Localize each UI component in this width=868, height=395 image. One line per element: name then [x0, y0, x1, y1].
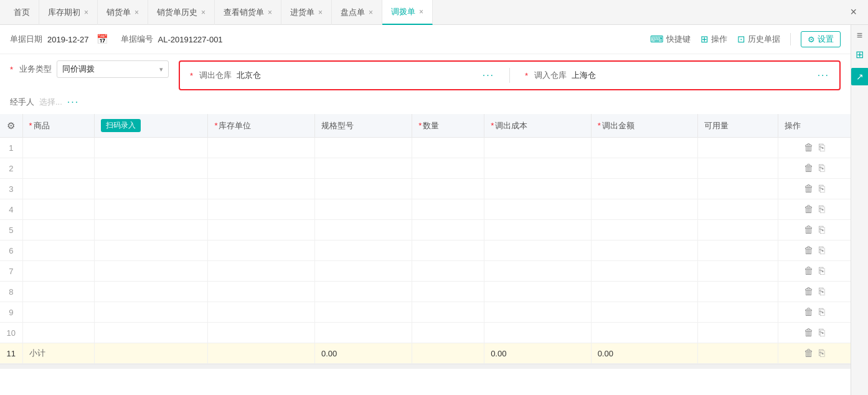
tab-inventory-init-close[interactable]: ×: [84, 9, 88, 16]
delete-icon-11[interactable]: 🗑: [804, 348, 814, 359]
qty-cell-10[interactable]: [412, 323, 484, 343]
amount-cell-8[interactable]: [591, 282, 698, 302]
qty-cell-2[interactable]: [412, 158, 484, 179]
delete-icon-10[interactable]: 🗑: [804, 327, 814, 338]
copy-icon-3[interactable]: ⎘: [819, 183, 825, 194]
copy-icon-11[interactable]: ⎘: [819, 348, 825, 359]
unit-cell-5[interactable]: [208, 220, 315, 240]
scan-button[interactable]: 扫码录入: [101, 119, 141, 132]
tab-view-sales[interactable]: 查看销货单 ×: [215, 0, 281, 25]
cost-cell-8[interactable]: [484, 282, 592, 302]
tab-inventory-check-close[interactable]: ×: [369, 9, 373, 16]
cost-cell-10[interactable]: [484, 323, 592, 343]
tab-purchase-close[interactable]: ×: [318, 9, 323, 16]
unit-cell-3[interactable]: [208, 179, 315, 199]
calendar-icon[interactable]: 📅: [97, 34, 108, 45]
copy-icon-8[interactable]: ⎘: [819, 286, 825, 297]
spec-cell-6[interactable]: [314, 240, 412, 261]
product-cell-9[interactable]: [22, 302, 95, 323]
copy-icon-6[interactable]: ⎘: [819, 245, 825, 256]
copy-icon-2[interactable]: ⎘: [819, 163, 825, 174]
qty-cell-5[interactable]: [412, 220, 484, 240]
tab-transfer-close[interactable]: ×: [419, 8, 423, 16]
spec-cell-3[interactable]: [314, 179, 412, 199]
copy-icon-4[interactable]: ⎘: [819, 204, 825, 215]
unit-cell-6[interactable]: [208, 240, 315, 261]
warehouse-in-more[interactable]: ···: [818, 70, 829, 81]
warehouse-out-more[interactable]: ···: [483, 70, 494, 81]
qty-cell-1[interactable]: [412, 138, 484, 158]
tab-home[interactable]: 首页: [5, 0, 39, 25]
unit-cell-7[interactable]: [208, 261, 315, 282]
window-close-button[interactable]: ×: [844, 6, 863, 19]
tab-transfer[interactable]: 调拨单 ×: [382, 0, 433, 25]
spec-cell-9[interactable]: [314, 302, 412, 323]
cost-cell-7[interactable]: [484, 261, 592, 282]
history-button[interactable]: ⊡ 历史单据: [737, 34, 780, 45]
unit-cell-10[interactable]: [208, 323, 315, 343]
copy-icon-10[interactable]: ⎘: [819, 327, 825, 338]
shortcuts-button[interactable]: ⌨ 快捷键: [650, 34, 691, 45]
amount-cell-10[interactable]: [591, 323, 698, 343]
qty-cell-8[interactable]: [412, 282, 484, 302]
copy-icon-9[interactable]: ⎘: [819, 307, 825, 318]
amount-cell-7[interactable]: [591, 261, 698, 282]
tab-view-sales-close[interactable]: ×: [268, 9, 272, 16]
delete-icon-4[interactable]: 🗑: [804, 204, 814, 215]
amount-cell-5[interactable]: [591, 220, 698, 240]
delete-icon-5[interactable]: 🗑: [804, 224, 814, 236]
amount-cell-2[interactable]: [591, 158, 698, 179]
delete-icon-1[interactable]: 🗑: [804, 142, 814, 153]
tab-sales-history[interactable]: 销货单历史 ×: [148, 0, 215, 25]
unit-cell-8[interactable]: [208, 282, 315, 302]
copy-icon-7[interactable]: ⎘: [819, 265, 825, 277]
cost-cell-2[interactable]: [484, 158, 592, 179]
delete-icon-8[interactable]: 🗑: [804, 286, 814, 297]
qty-cell-7[interactable]: [412, 261, 484, 282]
unit-cell-4[interactable]: [208, 199, 315, 220]
tab-sales-order-close[interactable]: ×: [134, 9, 139, 16]
delete-icon-6[interactable]: 🗑: [804, 245, 814, 256]
product-cell-6[interactable]: [22, 240, 95, 261]
tab-inventory-init[interactable]: 库存期初 ×: [39, 0, 98, 25]
product-cell-10[interactable]: [22, 323, 95, 343]
operations-button[interactable]: ⊞ 操作: [701, 34, 727, 45]
tab-purchase[interactable]: 进货单 ×: [281, 0, 332, 25]
unit-cell-1[interactable]: [208, 138, 315, 158]
product-cell-7[interactable]: [22, 261, 95, 282]
qty-cell-3[interactable]: [412, 179, 484, 199]
spec-cell-10[interactable]: [314, 323, 412, 343]
spec-cell-8[interactable]: [314, 282, 412, 302]
cost-cell-1[interactable]: [484, 138, 592, 158]
amount-cell-6[interactable]: [591, 240, 698, 261]
tab-inventory-check[interactable]: 盘点单 ×: [332, 0, 382, 25]
business-type-select[interactable]: 同价调拨 ▾: [57, 60, 169, 78]
spec-cell-2[interactable]: [314, 158, 412, 179]
tab-sales-history-close[interactable]: ×: [201, 9, 205, 16]
product-cell-4[interactable]: [22, 199, 95, 220]
panel-grid-icon[interactable]: ⊞: [856, 49, 864, 60]
spec-cell-7[interactable]: [314, 261, 412, 282]
spec-cell-5[interactable]: [314, 220, 412, 240]
person-select[interactable]: 选择...: [39, 97, 62, 108]
amount-cell-9[interactable]: [591, 302, 698, 323]
table-gear-icon[interactable]: ⚙: [7, 120, 15, 131]
qty-cell-4[interactable]: [412, 199, 484, 220]
horizontal-scrollbar[interactable]: [0, 364, 851, 369]
delete-icon-7[interactable]: 🗑: [804, 265, 814, 277]
unit-cell-9[interactable]: [208, 302, 315, 323]
spec-cell-4[interactable]: [314, 199, 412, 220]
cost-cell-4[interactable]: [484, 199, 592, 220]
settings-button[interactable]: ⚙ 设置: [801, 31, 841, 47]
product-cell-1[interactable]: [22, 138, 95, 158]
product-cell-8[interactable]: [22, 282, 95, 302]
delete-icon-3[interactable]: 🗑: [804, 183, 814, 194]
unit-cell-2[interactable]: [208, 158, 315, 179]
amount-cell-3[interactable]: [591, 179, 698, 199]
copy-icon-1[interactable]: ⎘: [819, 142, 825, 153]
cost-cell-6[interactable]: [484, 240, 592, 261]
amount-cell-4[interactable]: [591, 199, 698, 220]
qty-cell-6[interactable]: [412, 240, 484, 261]
spec-cell-1[interactable]: [314, 138, 412, 158]
qty-cell-9[interactable]: [412, 302, 484, 323]
